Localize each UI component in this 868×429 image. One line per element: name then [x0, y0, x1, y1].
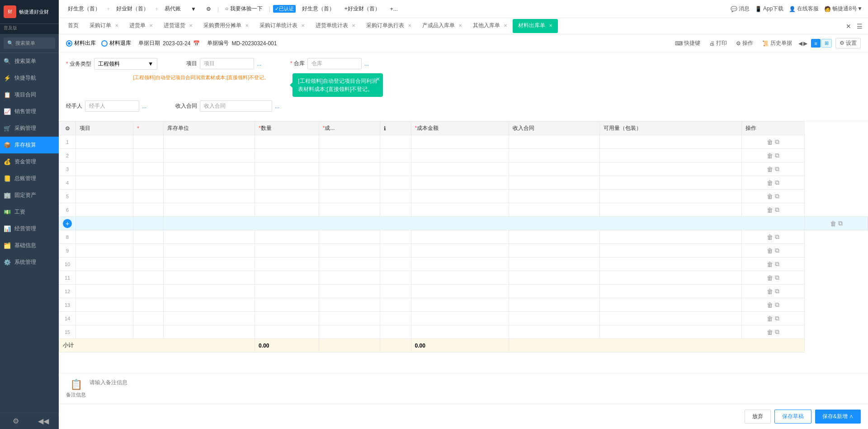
row-project-13[interactable]	[76, 298, 133, 312]
add-row-delete[interactable]: 🗑	[830, 220, 836, 227]
topbar-more[interactable]: +...	[387, 4, 401, 14]
row-income-contract-9[interactable]	[509, 244, 600, 257]
history-button[interactable]: 📜 历史单据	[760, 38, 795, 48]
row-cost-4[interactable]	[319, 176, 380, 190]
row-cost-9[interactable]	[319, 244, 380, 257]
row-copy-11[interactable]: ⧉	[775, 274, 779, 281]
sidebar-settings-button[interactable]: ⚙	[4, 417, 28, 425]
radio-material-return[interactable]: 材料退库	[101, 39, 131, 47]
row-project-10[interactable]	[76, 257, 133, 271]
row-cost-5[interactable]	[319, 190, 380, 203]
sidebar-item-finance[interactable]: 💰资金管理	[0, 153, 59, 170]
topbar-settings-icon[interactable]: ⚙	[203, 4, 215, 14]
sidebar-item-ops[interactable]: 📊经营管理	[0, 220, 59, 237]
row-delete-14[interactable]: 🗑	[767, 315, 773, 322]
tab-0[interactable]: 首页	[62, 19, 84, 33]
warehouse-link-icon[interactable]: ...	[364, 61, 369, 67]
row-cost-amount-14[interactable]	[411, 312, 509, 325]
topbar-dropdown[interactable]: ▼	[187, 4, 200, 14]
project-input[interactable]: 项目	[200, 58, 254, 69]
row-cost-amount-1[interactable]	[411, 135, 509, 149]
row-income-contract-13[interactable]	[509, 298, 600, 312]
income-contract-input[interactable]: 收入合同	[200, 100, 272, 112]
view-grid[interactable]: ⊞	[821, 39, 832, 48]
row-delete-8[interactable]: 🗑	[767, 234, 773, 241]
row-project-5[interactable]	[76, 190, 133, 203]
row-copy-15[interactable]: ⧉	[775, 328, 779, 336]
row-copy-3[interactable]: ⧉	[775, 165, 779, 173]
row-quantity-2[interactable]	[255, 149, 319, 162]
row-delete-3[interactable]: 🗑	[767, 166, 773, 173]
add-row-material[interactable]	[133, 217, 164, 230]
row-quantity-8[interactable]	[255, 230, 319, 244]
sidebar-item-project[interactable]: 📋项目合同	[0, 86, 59, 103]
row-material-15[interactable]	[133, 325, 164, 339]
row-cost-1[interactable]	[319, 135, 380, 149]
topbar-hs2[interactable]: 好生意（首）	[298, 3, 338, 14]
row-material-2[interactable]	[133, 149, 164, 162]
sidebar-item-ledger[interactable]: 📒总账管理	[0, 170, 59, 187]
row-cost-amount-12[interactable]	[411, 285, 509, 298]
row-material-1[interactable]	[133, 135, 164, 149]
topbar-yidaizhang[interactable]: 易代账	[161, 3, 184, 14]
sidebar-item-basic[interactable]: 🗂️基础信息	[0, 237, 59, 254]
row-copy-4[interactable]: ⧉	[775, 179, 779, 186]
row-material-6[interactable]	[133, 203, 164, 217]
row-quantity-3[interactable]	[255, 162, 319, 176]
view-list[interactable]: ≡	[811, 39, 820, 48]
row-project-14[interactable]	[76, 312, 133, 325]
row-project-4[interactable]	[76, 176, 133, 190]
discard-button[interactable]: 放弃	[745, 410, 771, 424]
row-delete-11[interactable]: 🗑	[767, 274, 773, 281]
row-material-10[interactable]	[133, 257, 164, 271]
row-material-3[interactable]	[133, 162, 164, 176]
topbar-hyc2[interactable]: +好业财（首）	[341, 3, 384, 14]
row-cost-14[interactable]	[319, 312, 380, 325]
row-cost-3[interactable]	[319, 162, 380, 176]
sidebar-item-assets[interactable]: 🏢固定资产	[0, 187, 59, 204]
row-project-9[interactable]	[76, 244, 133, 257]
tab-4[interactable]: 采购费用分摊单✕	[198, 19, 254, 33]
row-cost-10[interactable]	[319, 257, 380, 271]
handler-input[interactable]: 经手人	[85, 100, 139, 112]
sidebar-collapse-button[interactable]: ◀◀	[31, 417, 55, 425]
print-button[interactable]: 🖨 打印	[707, 38, 730, 48]
row-cost-amount-5[interactable]	[411, 190, 509, 203]
row-cost-amount-9[interactable]	[411, 244, 509, 257]
row-cost-amount-15[interactable]	[411, 325, 509, 339]
add-row-copy[interactable]: ⧉	[838, 219, 843, 227]
row-delete-12[interactable]: 🗑	[767, 288, 773, 295]
row-income-contract-2[interactable]	[509, 149, 600, 162]
row-copy-14[interactable]: ⧉	[775, 315, 779, 322]
warehouse-input[interactable]: 仓库	[307, 58, 362, 69]
row-income-contract-15[interactable]	[509, 325, 600, 339]
tab-close-2[interactable]: ✕	[149, 23, 153, 28]
tab-close-1[interactable]: ✕	[115, 23, 118, 28]
row-income-contract-3[interactable]	[509, 162, 600, 176]
row-project-2[interactable]	[76, 149, 133, 162]
tab-close-7[interactable]: ✕	[408, 23, 411, 28]
row-income-contract-10[interactable]	[509, 257, 600, 271]
row-income-contract-4[interactable]	[509, 176, 600, 190]
tab-5[interactable]: 采购订单统计表✕	[254, 19, 310, 33]
row-project-6[interactable]	[76, 203, 133, 217]
row-material-5[interactable]	[133, 190, 164, 203]
topbar-experience[interactable]: ○ 我要体验一下	[222, 3, 266, 14]
tab-10[interactable]: 材料出库单✕	[513, 19, 558, 33]
row-delete-6[interactable]: 🗑	[767, 206, 773, 214]
topbar-message[interactable]: 💬 消息	[731, 5, 750, 13]
row-project-11[interactable]	[76, 271, 133, 285]
row-delete-10[interactable]: 🗑	[767, 261, 773, 268]
row-income-contract-14[interactable]	[509, 312, 600, 325]
row-delete-2[interactable]: 🗑	[767, 152, 773, 159]
topbar-app[interactable]: 📱 App下载	[755, 5, 783, 13]
tab-close-8[interactable]: ✕	[458, 23, 462, 28]
sidebar-item-inventory[interactable]: 📦库存核算	[0, 137, 59, 153]
row-quantity-15[interactable]	[255, 325, 319, 339]
row-delete-1[interactable]: 🗑	[767, 138, 773, 146]
row-cost-amount-6[interactable]	[411, 203, 509, 217]
row-cost-amount-2[interactable]	[411, 149, 509, 162]
row-quantity-6[interactable]	[255, 203, 319, 217]
sidebar-search-button[interactable]: 🔍 搜索菜单	[4, 38, 55, 49]
row-quantity-4[interactable]	[255, 176, 319, 190]
